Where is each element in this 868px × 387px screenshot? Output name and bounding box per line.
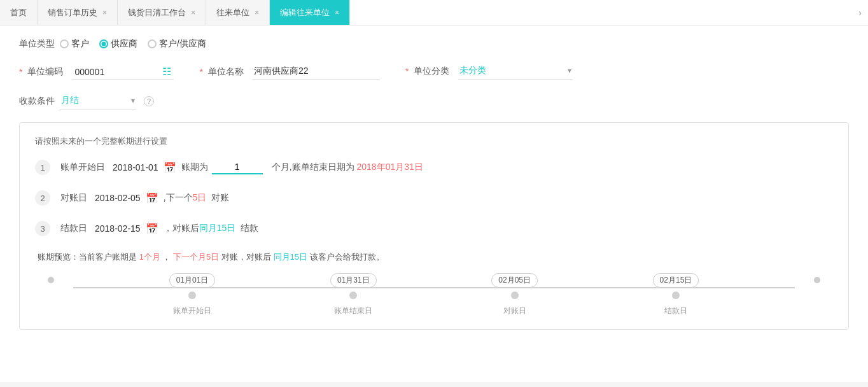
main-content: 单位类型 客户 供应商 客户/供应商 * 单位编码 ☷ [0, 25, 868, 382]
tab-partner[interactable]: 往来单位 × [206, 0, 270, 25]
payment-help-icon[interactable]: ? [144, 96, 154, 106]
radio-customer-label: 客户 [71, 38, 89, 50]
period-label-3: 结款日 [60, 223, 87, 234]
unit-type-label: 单位类型 [19, 38, 55, 50]
radio-customer[interactable]: 客户 [60, 38, 89, 50]
tab-sales-history-label: 销售订单历史 [48, 7, 97, 18]
unit-category-star: * [405, 66, 409, 76]
unit-category-arrow: ▾ [568, 66, 571, 75]
timeline-dot-3 [511, 292, 519, 299]
payment-row: 收款条件 月结 ▾ ? [19, 92, 849, 109]
tab-sales-history[interactable]: 销售订单历史 × [38, 0, 118, 25]
tab-cash-work-close[interactable]: × [191, 8, 195, 17]
timeline-sublabel-3: 对账日 [503, 306, 526, 316]
period-label-1: 账单开始日 [60, 162, 105, 173]
period-desc-2b: 对账 [211, 192, 229, 204]
period-num-3: 3 [35, 221, 50, 236]
preview-payment: 同月15日 [274, 252, 307, 262]
radio-both-circle [148, 39, 157, 48]
unit-name-label: 单位名称 [208, 66, 244, 78]
payment-arrow: ▾ [131, 96, 135, 105]
period-cal-2[interactable]: 📅 [146, 192, 158, 204]
timeline-sublabel-2: 账单结束日 [334, 306, 372, 316]
unit-code-label: 单位编码 [27, 66, 63, 78]
radio-both[interactable]: 客户/供应商 [148, 38, 206, 50]
timeline-badge-1: 01月01日 [169, 273, 216, 288]
unit-category-select[interactable]: 未分类 ▾ [458, 62, 573, 80]
period-end-date: 2018年01月31日 [357, 162, 423, 173]
period-date-2: 2018-02-05 [95, 193, 141, 203]
timeline-point-2: 01月31日 账单结束日 [330, 273, 377, 316]
unit-type-row: 单位类型 客户 供应商 客户/供应商 [19, 38, 849, 50]
payment-value: 月结 [61, 95, 129, 106]
tab-edit-partner[interactable]: 编辑往来单位 × [270, 0, 350, 25]
period-label-2: 对账日 [60, 192, 87, 204]
timeline-point-3: 02月05日 对账日 [491, 273, 538, 316]
preview-sep2: 对账，对账后 [221, 252, 271, 262]
tab-home-label: 首页 [10, 7, 27, 18]
unit-category-label: 单位分类 [414, 66, 449, 77]
tab-bar: 首页 销售订单历史 × 钱货日清工作台 × 往来单位 × 编辑往来单位 × › [0, 0, 868, 25]
period-desc-3a: ，对账后 [164, 223, 199, 234]
payment-label: 收款条件 [19, 95, 55, 107]
preview-sep1: ， [162, 252, 171, 262]
unit-name-input[interactable] [253, 64, 380, 80]
timeline-point-1: 01月01日 账单开始日 [169, 273, 216, 316]
preview-months: 1个月 [139, 252, 160, 262]
tab-partner-close[interactable]: × [255, 8, 259, 17]
timeline-left-cap [48, 273, 54, 283]
tab-edit-partner-close[interactable]: × [335, 8, 339, 17]
tab-cash-work-label: 钱货日清工作台 [128, 7, 186, 18]
unit-info-row: * 单位编码 ☷ * 单位名称 * 单位分类 未分类 ▾ [19, 62, 849, 80]
tab-partner-label: 往来单位 [216, 7, 249, 18]
radio-supplier[interactable]: 供应商 [99, 38, 137, 50]
radio-customer-circle [60, 39, 69, 48]
timeline-dot-4 [672, 292, 680, 299]
period-desc-2a: ,下一个 [164, 192, 193, 204]
period-num-1: 1 [35, 160, 50, 175]
period-cal-3[interactable]: 📅 [146, 223, 158, 235]
unit-name-group: * 单位名称 [199, 64, 379, 80]
timeline-point-4: 02月15日 结款日 [653, 273, 699, 316]
radio-both-label: 客户/供应商 [159, 38, 206, 50]
period-num-2: 2 [35, 190, 50, 206]
period-row-1: 1 账单开始日 2018-01-01 📅 账期为 个月,账单结束日期为 2018… [35, 160, 833, 175]
timeline-badge-2: 01月31日 [330, 273, 377, 288]
period-date-1: 2018-01-01 [113, 162, 158, 172]
timeline-badge-4: 02月15日 [653, 273, 699, 288]
period-desc-3b: 结款 [241, 223, 258, 234]
period-date-3: 2018-02-15 [95, 223, 141, 234]
month-input[interactable] [212, 160, 263, 174]
tab-sales-history-close[interactable]: × [102, 8, 107, 17]
tab-edit-partner-label: 编辑往来单位 [280, 7, 330, 18]
timeline-sublabel-4: 结款日 [664, 306, 687, 316]
unit-code-star: * [19, 67, 22, 77]
period-highlight-2: 5日 [193, 192, 207, 204]
unit-code-input[interactable] [74, 67, 160, 77]
preview-section: 账期预览：当前客户账期是 1个月 ， 下一个月5日 对账，对账后 同月15日 该… [35, 251, 833, 263]
timeline-points: 01月01日 账单开始日 01月31日 账单结束日 02月05日 对账日 02月… [48, 273, 820, 316]
panel-title: 请按照未来的一个完整帐期进行设置 [35, 136, 833, 147]
timeline-right-cap [814, 273, 820, 283]
timeline-container: 01月01日 账单开始日 01月31日 账单结束日 02月05日 对账日 02月… [35, 273, 833, 316]
period-cal-1[interactable]: 📅 [164, 162, 176, 174]
preview-reconcile: 下一个月5日 [173, 252, 219, 262]
preview-end: 该客户会给我打款。 [310, 252, 384, 262]
tab-scroll-arrow[interactable]: › [852, 0, 868, 25]
period-panel: 请按照未来的一个完整帐期进行设置 1 账单开始日 2018-01-01 📅 账期… [19, 122, 849, 330]
timeline-sublabel-1: 账单开始日 [173, 306, 211, 316]
payment-select[interactable]: 月结 ▾ [60, 92, 136, 109]
unit-code-field[interactable]: ☷ [72, 64, 174, 80]
period-desc-1b: 个月,账单结束日期为 [272, 162, 354, 173]
unit-code-group: * 单位编码 ☷ [19, 64, 174, 80]
unit-name-star: * [199, 67, 202, 77]
unit-code-icon[interactable]: ☷ [162, 66, 171, 78]
unit-type-radio-group: 客户 供应商 客户/供应商 [60, 38, 206, 50]
timeline-dot-2 [349, 292, 357, 299]
timeline-dot-1 [188, 292, 196, 299]
unit-category-group: * 单位分类 未分类 ▾ [405, 62, 573, 80]
preview-label: 账期预览：当前客户账期是 [38, 252, 137, 262]
period-highlight-3: 同月15日 [199, 223, 236, 234]
tab-cash-work[interactable]: 钱货日清工作台 × [118, 0, 206, 25]
tab-home[interactable]: 首页 [0, 0, 38, 25]
